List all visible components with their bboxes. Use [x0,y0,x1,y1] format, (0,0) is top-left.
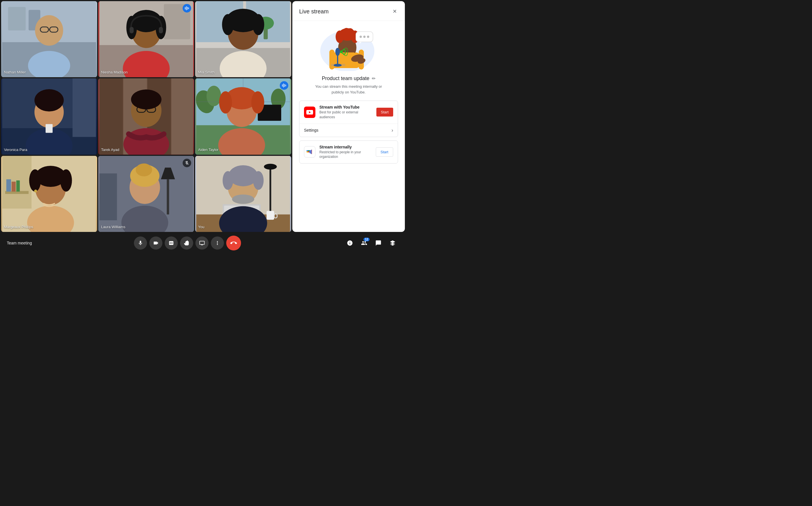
svg-point-70 [60,169,72,191]
mic-indicator-laura [183,159,191,167]
participant-name-mia: Mia Smith [198,70,214,74]
panel-meeting-name: Product team update [322,76,369,81]
internal-stream-info: Stream internally Restricted to people i… [320,145,372,160]
close-icon: ✕ [392,8,397,14]
internal-start-button[interactable]: Start [376,147,393,157]
settings-label: Settings [304,128,319,133]
edit-name-icon[interactable]: ✏ [372,76,375,81]
end-call-icon [230,240,237,246]
chat-button[interactable] [372,237,385,250]
info-button[interactable] [343,237,356,250]
svg-rect-75 [167,179,169,214]
meeting-name-row: Product team update ✏ [299,76,398,81]
participant-name-veronica: Veronica Para [4,148,27,152]
chat-icon [375,240,381,246]
camera-button[interactable] [149,237,162,250]
present-icon [199,240,205,246]
panel-header: Live stream ✕ [292,1,405,21]
svg-rect-18 [159,27,163,33]
video-bg-niesha [98,1,194,77]
svg-point-80 [136,163,152,176]
mic-icon [138,240,143,246]
svg-rect-127 [308,150,309,151]
youtube-stream-name: Stream with YouTube [320,105,372,109]
activities-button[interactable] [386,237,399,250]
mic-wave-aiden [282,83,286,87]
svg-point-118 [334,64,342,67]
video-cell-veronica: Veronica Para [1,78,97,154]
more-options-icon [214,240,220,246]
svg-point-119 [340,51,343,53]
main-area: Nathan Miller [0,0,406,233]
svg-point-59 [251,91,264,114]
svg-point-69 [29,169,41,191]
raise-hand-button[interactable] [180,237,193,250]
youtube-icon [304,106,315,118]
svg-rect-77 [99,173,117,220]
svg-rect-89 [267,211,274,220]
svg-rect-38 [99,78,122,154]
svg-point-85 [264,164,277,170]
video-bg-laura [98,156,194,232]
video-bg-margeaux [1,156,97,232]
video-cell-tarek: Tarek Ayad [98,78,194,154]
svg-point-112 [360,35,362,38]
video-bg-aiden [195,78,291,154]
video-grid: Nathan Miller [0,0,292,233]
youtube-stream-main: Stream with YouTube Best for public or e… [299,101,398,123]
svg-point-95 [232,194,254,204]
youtube-stream-option: Stream with YouTube Best for public or e… [299,101,398,137]
internal-stream-option: Stream internally Restricted to people i… [299,141,398,164]
svg-point-51 [206,86,221,106]
video-bg-mia [195,1,291,77]
svg-rect-129 [308,151,309,152]
video-bg-you [195,156,291,232]
participant-name-tarek: Tarek Ayad [101,148,119,152]
svg-rect-32 [73,78,96,137]
info-icon [347,240,353,246]
bottom-toolbar: Team meeting [0,233,406,253]
settings-row[interactable]: Settings › [299,123,398,137]
svg-point-113 [363,35,366,38]
svg-point-58 [219,91,232,114]
participant-name-niesha: Niesha Madison [101,70,128,74]
participant-name-you: You [198,225,204,229]
panel-body: Product team update ✏ You can stream thi… [292,21,405,232]
svg-rect-66 [16,180,20,191]
internal-stream-desc: Restricted to people in your organizatio… [320,150,372,160]
mic-button[interactable] [134,237,147,250]
participant-name-aiden: Aiden Taylor [198,148,218,152]
svg-point-71 [34,189,37,192]
toolbar-center [134,236,241,250]
svg-rect-126 [306,150,308,151]
svg-point-46 [131,89,162,109]
svg-point-117 [335,48,340,56]
end-call-button[interactable] [226,236,241,250]
svg-rect-36 [46,124,53,133]
raise-hand-icon [184,240,189,246]
captions-icon [168,240,174,246]
close-panel-button[interactable]: ✕ [390,7,399,16]
youtube-start-button[interactable]: Start [376,108,393,116]
svg-point-114 [367,35,369,38]
mic-wave-niesha [185,6,189,10]
video-cell-you: You [195,156,291,232]
meet-icon [304,146,315,158]
video-cell-laura: Laura Williams [98,156,194,232]
video-cell-margeaux: Margeaux Phillips [1,156,97,232]
more-options-button[interactable] [211,237,224,250]
people-button[interactable]: 12 [358,237,371,250]
youtube-stream-desc: Best for public or external audiences [320,110,372,120]
present-button[interactable] [195,237,208,250]
svg-rect-128 [306,151,308,152]
camera-icon [153,240,159,246]
toolbar-right: 12 [343,237,399,250]
participant-name-laura: Laura Williams [101,225,125,229]
svg-point-109 [343,28,350,34]
svg-rect-2 [8,7,26,30]
activities-icon [389,240,396,246]
video-bg-nathan [1,1,97,77]
captions-button[interactable] [165,237,178,250]
svg-rect-99 [329,50,335,70]
svg-point-94 [253,171,264,190]
